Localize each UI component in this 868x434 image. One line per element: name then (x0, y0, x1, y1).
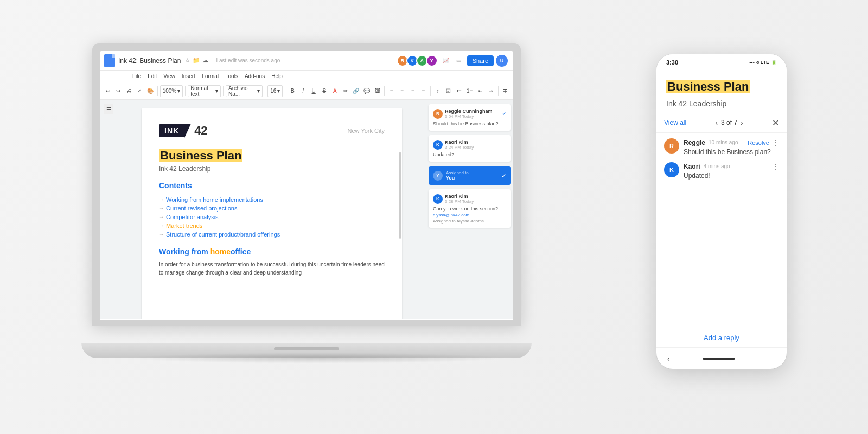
menu-format[interactable]: Format (202, 73, 219, 79)
signal-icon: ▪▪▪ (749, 60, 755, 65)
menu-insert[interactable]: Insert (182, 73, 195, 79)
italic-button[interactable]: I (298, 85, 308, 97)
assigned-check[interactable]: ✓ (501, 172, 507, 180)
justify-button[interactable]: ≡ (419, 85, 429, 97)
folder-icon[interactable]: 📁 (193, 57, 200, 64)
phone-time: 3:30 (666, 59, 678, 66)
cloud-icon[interactable]: ☁ (202, 57, 208, 64)
style-dropdown[interactable]: Normal text▾ (188, 85, 221, 97)
share-button[interactable]: Share (467, 55, 494, 66)
phone-back-button[interactable]: ‹ (667, 354, 670, 363)
phone-content: Business Plan Ink 42 Leadership View all… (656, 71, 787, 347)
underline-button[interactable]: U (309, 85, 318, 97)
align-right-button[interactable]: ≡ (408, 85, 418, 97)
align-center-button[interactable]: ≡ (398, 85, 407, 97)
view-all-button[interactable]: View all (664, 119, 686, 126)
phone-comment-1-body: Reggie 10 mins ago Resolve ⋮ Should this… (684, 138, 779, 156)
contents-heading: Contents (159, 181, 385, 190)
strikethrough-button[interactable]: S (320, 85, 329, 97)
spellcheck-button[interactable]: ✓ (135, 85, 145, 97)
phone-reply-area: Add a reply (656, 328, 787, 347)
mobile-phone: 3:30 ▪▪▪ ⌾ LTE 🔋 Business Plan Ink 42 Le… (656, 54, 787, 369)
menu-view[interactable]: View (163, 73, 175, 79)
toc-text-2: Current revised projections (166, 205, 237, 212)
user-avatar[interactable]: U (495, 54, 509, 68)
comment-2-meta: Kaori Kim 3:24 PM Today (445, 139, 474, 150)
docs-page-area: INK 42 New York City Business Plan Ink (117, 100, 426, 319)
toolbar-separator-1 (157, 86, 158, 96)
phone-comment-2-avatar: K (664, 162, 679, 177)
laptop-shadow (127, 353, 507, 363)
section2-heading: Working from homeoffice (159, 247, 385, 256)
toc-item-3[interactable]: →Competitor analysis (159, 213, 385, 221)
phone-home-indicator[interactable] (703, 358, 735, 360)
numbered-list-button[interactable]: 1≡ (465, 85, 475, 97)
paint-format-button[interactable]: 🎨 (145, 85, 155, 97)
toc-item-5[interactable]: →Structure of current product/brand offe… (159, 230, 385, 239)
phone-status-right: ▪▪▪ ⌾ LTE 🔋 (749, 60, 777, 65)
comment-3-time: 3:28 PM Today (445, 199, 474, 204)
doc-title-block: Business Plan (159, 149, 385, 163)
toc-text-3: Competitor analysis (166, 214, 219, 220)
comment-1-check[interactable]: ✓ (502, 110, 507, 117)
menu-file[interactable]: File (132, 73, 141, 79)
menu-help[interactable]: Help (271, 73, 283, 79)
resolve-button-1[interactable]: Resolve (748, 139, 769, 146)
phone-comment-2-author: Kaori (684, 163, 700, 170)
redo-button[interactable]: ↪ (114, 85, 124, 97)
present-icon[interactable]: ▭ (454, 56, 464, 66)
scroll-indicator[interactable] (399, 152, 401, 239)
phone-comment-1-author: Reggie (684, 139, 705, 146)
comment-1-avatar: R (433, 109, 443, 119)
align-left-button[interactable]: ≡ (387, 85, 397, 97)
comment-button[interactable]: 💬 (362, 85, 372, 97)
decrease-indent-button[interactable]: ⇤ (476, 85, 486, 97)
add-reply-button[interactable]: Add a reply (664, 334, 779, 342)
highlight-button[interactable]: ✏ (341, 85, 350, 97)
bullet-list-button[interactable]: •≡ (454, 85, 464, 97)
toc-item-4[interactable]: →Market trends (159, 221, 385, 230)
clear-formatting-button[interactable]: T̶ (501, 85, 510, 97)
increase-indent-button[interactable]: ⇥ (486, 85, 496, 97)
toc-item-1[interactable]: →Working from home implementations (159, 195, 385, 204)
image-button[interactable]: 🖼 (373, 85, 382, 97)
zoom-chevron: ▾ (177, 88, 180, 94)
toolbar-separator-3 (223, 86, 224, 96)
prev-comment-button[interactable]: ‹ (715, 118, 718, 127)
menu-edit[interactable]: Edit (148, 73, 157, 79)
comment-3-header: K Kaori Kim 3:28 PM Today (433, 194, 507, 204)
print-button[interactable]: 🖨 (124, 85, 134, 97)
more-button-1[interactable]: ⋮ (771, 138, 779, 147)
phone-status-bar: 3:30 ▪▪▪ ⌾ LTE 🔋 (656, 54, 787, 71)
size-dropdown[interactable]: 16▾ (267, 85, 283, 97)
undo-button[interactable]: ↩ (103, 85, 113, 97)
toolbar-separator-2 (185, 86, 186, 96)
phone-comment-1: R Reggie 10 mins ago Resolve ⋮ Should th… (664, 138, 779, 156)
comment-3-text: Can you work on this section? (433, 206, 507, 212)
more-button-2[interactable]: ⋮ (771, 162, 779, 171)
close-comment-button[interactable]: ✕ (772, 118, 779, 128)
checklist-button[interactable]: ☑ (444, 85, 454, 97)
toolbar-separator-6 (384, 86, 385, 96)
comment-card-1: R Reggie Cunningham 3:04 PM Today ✓ Shou… (429, 104, 511, 131)
sidebar-comment-button[interactable]: ☰ (104, 104, 113, 114)
font-dropdown[interactable]: Archivio Na...▾ (226, 85, 263, 97)
assigned-avatar: Y (433, 171, 443, 181)
chart-icon[interactable]: 📈 (441, 56, 451, 66)
toc-arrow-4: → (159, 223, 164, 228)
doc-title: Business Plan (159, 149, 242, 162)
menu-addons[interactable]: Add-ons (245, 73, 265, 79)
comment-2-avatar: K (433, 140, 443, 150)
link-button[interactable]: 🔗 (352, 85, 361, 97)
font-value: Archivio Na... (228, 85, 256, 97)
bold-button[interactable]: B (288, 85, 297, 97)
comment-3-meta: Kaori Kim 3:28 PM Today (445, 194, 474, 204)
text-color-button[interactable]: A (330, 85, 340, 97)
line-spacing-button[interactable]: ↕ (433, 85, 443, 97)
phone-comment-2-header: Kaori 4 mins ago ⋮ (684, 162, 779, 171)
next-comment-button[interactable]: › (741, 118, 743, 127)
toc-item-2[interactable]: →Current revised projections (159, 204, 385, 213)
star-icon[interactable]: ☆ (185, 57, 190, 64)
zoom-dropdown[interactable]: 100%▾ (160, 85, 183, 97)
menu-tools[interactable]: Tools (226, 73, 238, 79)
